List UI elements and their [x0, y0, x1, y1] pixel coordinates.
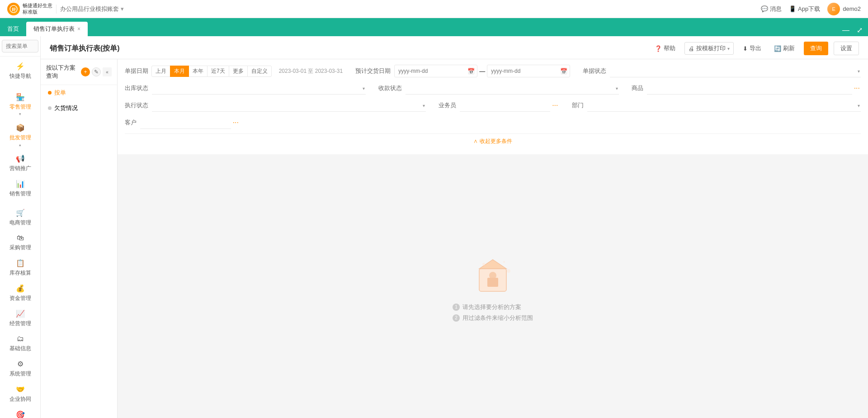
- left-panel-collapse-btn[interactable]: «: [103, 67, 112, 76]
- app-download-action[interactable]: 📱 App下载: [789, 5, 820, 13]
- payment-select[interactable]: [406, 82, 619, 95]
- collapse-icon: ∧: [473, 138, 479, 144]
- marketing-icon: 📢: [16, 154, 25, 163]
- dept-select-wrapper: ▾: [587, 99, 861, 112]
- sidebar-item-purchase[interactable]: 🛍 采购管理: [0, 230, 40, 255]
- download-icon: 📱: [789, 5, 796, 12]
- salesman-field-label: 业务员: [439, 101, 456, 109]
- left-panel-item-dandan[interactable]: 按单: [41, 85, 117, 100]
- sidebar-item-system[interactable]: ⚙ 系统管理: [0, 356, 40, 381]
- enterprise-collab-icon: 🤝: [16, 385, 25, 394]
- inventory-icon: 📋: [16, 259, 25, 267]
- sidebar-item-newbie[interactable]: 🎯 新手引导: [0, 407, 40, 418]
- help-btn[interactable]: ❓ 帮助: [651, 43, 679, 54]
- user-area[interactable]: E demo2: [827, 3, 861, 15]
- page-actions: ❓ 帮助 🖨 按模板打印 ▾ ⬇ 导出 🔄 刷新: [651, 42, 859, 55]
- date-field-label: 单据日期: [125, 67, 148, 75]
- sidebar-item-operations[interactable]: 📈 经营管理: [0, 306, 40, 331]
- page-title-row: 销售订单执行表(按单) ❓ 帮助 🖨 按模板打印 ▾ ⬇ 导出: [50, 42, 859, 59]
- goods-dots-btn[interactable]: ···: [853, 84, 861, 92]
- wholesale-icon: 📦: [16, 124, 25, 132]
- exec-select[interactable]: [152, 99, 426, 112]
- date-start-input[interactable]: [394, 65, 477, 77]
- delivery-field-label: 出库状态: [125, 84, 148, 92]
- collapse-more-btn[interactable]: ∧ 收起更多条件: [125, 133, 861, 149]
- date-tab-7days[interactable]: 近7天: [207, 66, 229, 77]
- expected-date-range: 📅 — 📅: [394, 65, 570, 77]
- salesman-dots-btn[interactable]: ···: [551, 101, 559, 109]
- sidebar-item-retail[interactable]: 🏪 零售管理 ▾: [0, 89, 40, 120]
- left-panel-item-shortage[interactable]: 欠货情况: [41, 100, 117, 116]
- delivery-select-wrapper: ▾: [152, 82, 366, 95]
- customer-input[interactable]: [140, 116, 231, 129]
- left-panel: 按以下方案查询 + ✎ « 按单 欠货情况: [41, 59, 118, 418]
- status-select[interactable]: [610, 65, 861, 77]
- tab-maximize-btn[interactable]: ⤢: [855, 24, 864, 36]
- purchase-icon: 🛍: [17, 234, 24, 242]
- empty-hint-2: 2 用过滤条件来缩小分析范围: [453, 314, 533, 322]
- sidebar-item-inventory[interactable]: 📋 库存核算: [0, 255, 40, 280]
- customer-field-label: 客户: [125, 119, 137, 127]
- empty-state: 1 请先选择要分析的方案 2 用过滤条件来缩小分析范围: [118, 154, 868, 418]
- tab-home[interactable]: 首页: [0, 22, 26, 36]
- date-tab-last-month[interactable]: 上月: [151, 66, 170, 77]
- sidebar-item-basic-info[interactable]: 🗂 基础信息: [0, 331, 40, 356]
- item-dot-gray: [48, 106, 52, 110]
- tab-sales-order[interactable]: 销售订单执行表 ×: [26, 22, 88, 36]
- left-panel-actions: + ✎ «: [81, 67, 112, 76]
- dept-select[interactable]: [587, 99, 861, 112]
- user-avatar: E: [827, 3, 840, 15]
- sidebar-item-marketing[interactable]: 📢 营销推广: [0, 151, 40, 176]
- left-panel-edit-btn[interactable]: ✎: [92, 67, 101, 76]
- date-range-text: 2023-03-01 至 2023-03-31: [279, 67, 343, 75]
- left-panel-title: 按以下方案查询: [46, 64, 81, 80]
- left-panel-header: 按以下方案查询 + ✎ «: [41, 59, 117, 85]
- sidebar-item-ecommerce[interactable]: 🛒 电商管理: [0, 205, 40, 230]
- date-end-input[interactable]: [487, 65, 570, 77]
- query-btn[interactable]: 查询: [804, 42, 828, 55]
- exec-select-wrapper: ▾: [152, 99, 426, 112]
- message-action[interactable]: 💬 消息: [761, 5, 782, 13]
- empty-text: 1 请先选择要分析的方案 2 用过滤条件来缩小分析范围: [453, 303, 533, 322]
- date-start-wrapper: 📅: [394, 65, 477, 77]
- settings-btn[interactable]: 设置: [834, 42, 859, 55]
- sidebar-item-finance[interactable]: 💰 资金管理: [0, 280, 40, 306]
- page-header: 销售订单执行表(按单) ❓ 帮助 🖨 按模板打印 ▾ ⬇ 导出: [41, 36, 868, 59]
- sidebar-item-enterprise-collab[interactable]: 🤝 企业协同: [0, 381, 40, 407]
- export-icon: ⬇: [743, 45, 748, 52]
- print-chevron: ▾: [727, 46, 730, 51]
- content-area: 销售订单执行表(按单) ❓ 帮助 🖨 按模板打印 ▾ ⬇ 导出: [41, 36, 868, 418]
- goods-input[interactable]: [647, 82, 852, 95]
- export-btn[interactable]: ⬇ 导出: [739, 43, 765, 54]
- customer-dots-btn[interactable]: ···: [232, 119, 240, 127]
- date-tab-this-month[interactable]: 本月: [170, 66, 189, 77]
- sidebar-item-sales[interactable]: 📊 销售管理: [0, 176, 40, 201]
- payment-select-wrapper: ▾: [406, 82, 619, 95]
- sidebar-item-quick-nav[interactable]: ⚡ 快捷导航: [0, 58, 40, 84]
- sidebar-search-input[interactable]: [2, 40, 38, 52]
- tab-minimize-btn[interactable]: —: [840, 24, 851, 36]
- refresh-btn[interactable]: 🔄 刷新: [770, 43, 798, 54]
- salesman-input[interactable]: [460, 99, 551, 112]
- left-panel-add-btn[interactable]: +: [81, 67, 90, 76]
- ecommerce-icon: 🛒: [16, 209, 25, 217]
- status-select-wrapper: ▾: [610, 65, 861, 77]
- date-tabs: 上月 本月 本年 近7天 更多 自定义: [152, 66, 272, 77]
- date-tab-custom[interactable]: 自定义: [247, 66, 272, 77]
- delivery-select[interactable]: [152, 82, 366, 95]
- logo-text: 畅捷通好生意 标准版: [23, 3, 52, 14]
- newbie-icon: 🎯: [16, 410, 25, 418]
- page-title: 销售订单执行表(按单): [50, 44, 120, 53]
- svg-point-8: [503, 261, 505, 263]
- date-tab-this-year[interactable]: 本年: [189, 66, 208, 77]
- payment-field-label: 收款状态: [378, 84, 402, 92]
- header-right: 💬 消息 📱 App下载 E demo2: [761, 3, 861, 15]
- breadcrumb[interactable]: 办公用品行业模拟账套 ▾: [60, 5, 124, 13]
- filter-row-exec: 执行状态 ▾ 业务员 ··· 部门: [125, 99, 861, 112]
- tab-close-icon[interactable]: ×: [77, 26, 80, 32]
- content-body: 按以下方案查询 + ✎ « 按单 欠货情况: [41, 59, 868, 418]
- sidebar-item-wholesale[interactable]: 📦 批发管理 ▴: [0, 120, 40, 151]
- print-btn[interactable]: 🖨 按模板打印 ▾: [684, 42, 734, 55]
- date-tab-more[interactable]: 更多: [229, 66, 248, 77]
- retail-icon: 🏪: [16, 93, 25, 101]
